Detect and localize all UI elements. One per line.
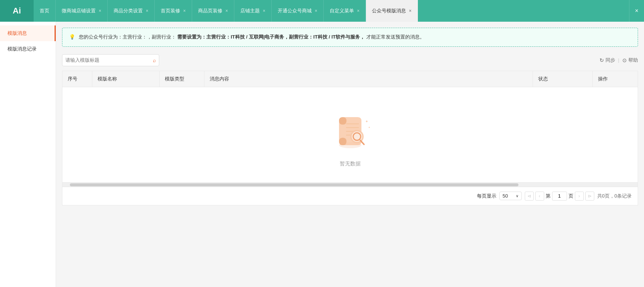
search-input[interactable] xyxy=(65,57,153,63)
content-area: 💡 您的公众号行业为：主营行业：，副营行业： 需要设置为：主营行业：IT科技 /… xyxy=(56,22,644,287)
tab-template-msg[interactable]: 公众号模版消息 × xyxy=(366,0,418,22)
prev-page-button[interactable]: ‹ xyxy=(535,192,544,201)
empty-illustration: ✦ ✦ xyxy=(328,110,373,155)
close-tab-home-decoration[interactable]: × xyxy=(183,8,186,13)
tab-home-decoration[interactable]: 首页装修 × xyxy=(155,0,192,22)
help-icon: ⊙ xyxy=(622,57,627,63)
toolbar-divider: | xyxy=(618,57,619,63)
notice-icon: 💡 xyxy=(69,34,75,40)
notice-banner: 💡 您的公众号行业为：主营行业：，副营行业： 需要设置为：主营行业：IT科技 /… xyxy=(62,28,638,47)
tab-home[interactable]: 首页 xyxy=(34,0,56,22)
col-header-type: 模版类型 xyxy=(160,71,204,87)
close-tab-template-msg[interactable]: × xyxy=(409,8,412,13)
close-tab-store-theme[interactable]: × xyxy=(263,8,265,13)
toolbar-right: ↻ 同步 | ⊙ 帮助 xyxy=(600,57,638,64)
total-info: 共0页，0条记录 xyxy=(597,193,632,199)
page-number-input[interactable] xyxy=(552,192,567,201)
page-size-select[interactable]: 50 ∨ xyxy=(499,192,522,200)
page-label-suffix: 页 xyxy=(568,193,573,199)
first-page-button[interactable]: ⊲ xyxy=(525,192,534,201)
tab-category-settings[interactable]: 商品分类设置 × xyxy=(108,0,155,22)
close-all-tabs-button[interactable]: × xyxy=(629,0,644,22)
chevron-down-icon: ∨ xyxy=(516,194,518,198)
horizontal-scrollbar[interactable] xyxy=(62,182,638,187)
search-wrapper: ⌕ xyxy=(62,54,159,66)
help-button[interactable]: ⊙ 帮助 xyxy=(622,57,638,64)
close-tab-store-settings[interactable]: × xyxy=(99,8,101,13)
close-tab-category-settings[interactable]: × xyxy=(146,8,148,13)
search-bar: ⌕ ↻ 同步 | ⊙ 帮助 xyxy=(62,54,638,66)
col-header-index: 序号 xyxy=(62,71,92,87)
col-header-action: 操作 xyxy=(593,71,638,87)
close-tab-open-mall[interactable]: × xyxy=(315,8,317,13)
sidebar-item-template-record[interactable]: 模版消息记录 xyxy=(0,41,56,57)
top-navigation: Ai 首页 微商城店铺设置 × 商品分类设置 × 首页装修 × 商品页装修 × … xyxy=(0,0,644,22)
last-page-button[interactable]: ⊳ xyxy=(585,192,594,201)
table-header: 序号 模版名称 模版类型 消息内容 状态 操作 xyxy=(62,71,638,87)
close-tab-custom-menu[interactable]: × xyxy=(357,8,360,13)
col-header-status: 状态 xyxy=(533,71,593,87)
tab-custom-menu[interactable]: 自定义菜单 × xyxy=(324,0,366,22)
next-page-button[interactable]: › xyxy=(575,192,584,201)
data-table: 序号 模版名称 模版类型 消息内容 状态 操作 xyxy=(62,71,638,205)
svg-text:✦: ✦ xyxy=(368,126,370,129)
tab-store-theme[interactable]: 店铺主题 × xyxy=(234,0,272,22)
page-nav: ⊲ ‹ 第 页 › ⊳ xyxy=(525,192,594,201)
app-logo: Ai xyxy=(0,0,34,22)
tab-product-decoration[interactable]: 商品页装修 × xyxy=(192,0,234,22)
page-size-label: 每页显示 xyxy=(477,193,496,199)
empty-state: ✦ ✦ 暂无数据 xyxy=(62,87,638,182)
svg-text:✦: ✦ xyxy=(365,119,368,123)
search-icon[interactable]: ⌕ xyxy=(153,57,156,63)
col-header-name: 模版名称 xyxy=(92,71,160,87)
pagination: 每页显示 50 ∨ ⊲ ‹ 第 页 › ⊳ 共0页，0条记录 xyxy=(62,187,638,205)
tab-open-mall[interactable]: 开通公众号商城 × xyxy=(272,0,324,22)
sidebar: 模版消息 模版消息记录 xyxy=(0,22,56,287)
scrollbar-thumb[interactable] xyxy=(70,183,518,186)
nav-tabs-container: 首页 微商城店铺设置 × 商品分类设置 × 首页装修 × 商品页装修 × 店铺主… xyxy=(34,0,629,22)
main-layout: 模版消息 模版消息记录 💡 您的公众号行业为：主营行业：，副营行业： 需要设置为… xyxy=(0,22,644,287)
close-tab-product-decoration[interactable]: × xyxy=(225,8,228,13)
empty-text: 暂无数据 xyxy=(340,161,361,167)
page-label-prefix: 第 xyxy=(546,193,551,199)
tab-store-settings[interactable]: 微商城店铺设置 × xyxy=(56,0,108,22)
sync-button[interactable]: ↻ 同步 xyxy=(600,57,615,64)
sync-icon: ↻ xyxy=(600,57,604,63)
sidebar-item-template-msg[interactable]: 模版消息 xyxy=(0,25,56,41)
col-header-content: 消息内容 xyxy=(204,71,533,87)
